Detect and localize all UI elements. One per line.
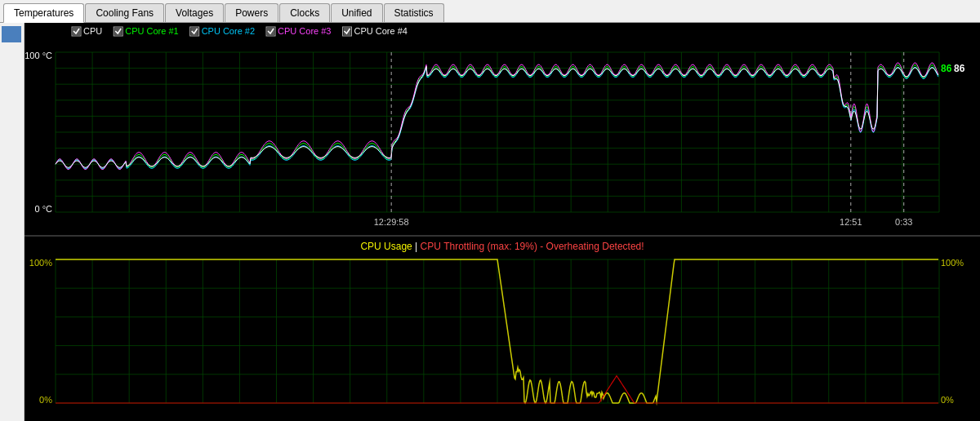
sidebar (0, 23, 24, 421)
tab-voltages[interactable]: Voltages (165, 3, 224, 22)
tab-powers[interactable]: Powers (225, 3, 278, 22)
sidebar-item[interactable] (2, 26, 21, 42)
tab-temperatures[interactable]: Temperatures (3, 3, 84, 23)
charts-area (24, 23, 980, 421)
main-container: Temperatures Cooling Fans Voltages Power… (0, 0, 980, 421)
temperature-chart (24, 23, 980, 237)
tab-cooling-fans[interactable]: Cooling Fans (85, 3, 164, 22)
tab-statistics[interactable]: Statistics (384, 3, 444, 22)
content-area (0, 23, 980, 421)
usage-chart (24, 237, 980, 421)
tab-bar: Temperatures Cooling Fans Voltages Power… (0, 0, 980, 23)
tab-unified[interactable]: Unified (331, 3, 382, 22)
tab-clocks[interactable]: Clocks (279, 3, 330, 22)
